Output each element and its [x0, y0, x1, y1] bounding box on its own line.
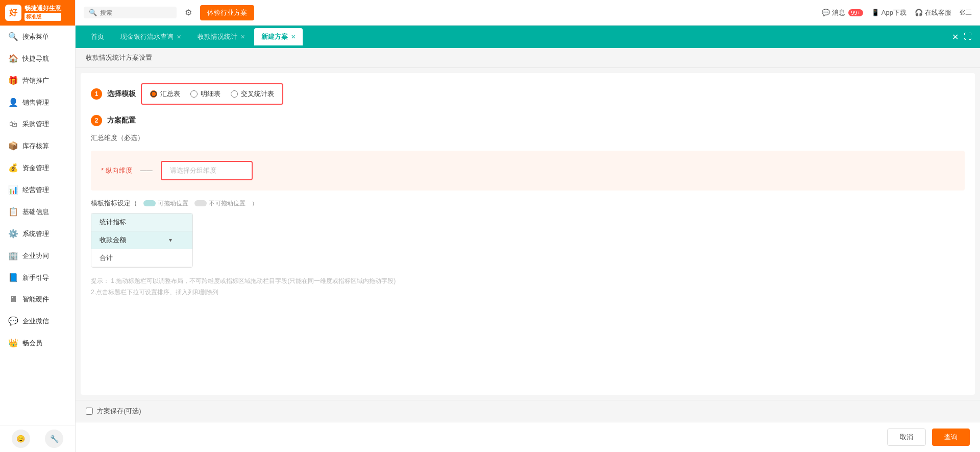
save-section: 方案保存(可选): [76, 400, 980, 422]
search-icon: 🔍: [89, 9, 97, 16]
expand-icon[interactable]: ⛶: [964, 32, 972, 42]
monitor-icon: 🖥: [8, 295, 18, 304]
search-icon: 🔍: [8, 32, 18, 41]
sidebar-item-label: 企业微信: [22, 317, 49, 326]
notification-icon: 💬: [822, 9, 830, 16]
sidebar-item-hardware[interactable]: 🖥 智能硬件: [0, 289, 75, 310]
sidebar-footer-btn-left[interactable]: 😊: [12, 430, 30, 448]
sidebar-item-enterprise[interactable]: 🏢 企业协同: [0, 245, 75, 267]
hint-1: 提示： 1.拖动标题栏可以调整布局，不可跨维度或指标区域拖动栏目字段(只能在同一…: [91, 276, 965, 287]
step2-number: 2: [91, 115, 102, 126]
step1-section: 1 选择模板 汇总表 明细表 交叉统计表: [91, 83, 965, 105]
radio-summary-label: 汇总表: [160, 89, 180, 99]
step2-section: 2 方案配置 汇总维度（必选） * 纵向维度 —— 请选择分组维度: [91, 115, 965, 298]
page-title: 收款情况统计方案设置: [76, 48, 980, 68]
chevron-down-icon[interactable]: ▾: [169, 236, 172, 244]
save-checkbox[interactable]: [86, 408, 93, 415]
settings-icon[interactable]: ⚙: [185, 8, 192, 17]
radio-detail-label: 明细表: [201, 89, 220, 99]
sidebar-item-purchase[interactable]: 🛍 采购管理: [0, 113, 75, 135]
metrics-section: 模板指标设定（ 可拖动位置 不可拖动位置 ）: [91, 199, 965, 268]
radio-summary[interactable]: 汇总表: [150, 89, 180, 99]
drag-label: 可拖动位置: [158, 199, 188, 208]
sidebar-nav: 🔍 搜索菜单 🏠 快捷导航 🎁 营销推广 👤 销售管理 🛍 采购管理 📦 库存核…: [0, 26, 75, 425]
bottom-bar: 取消 查询: [76, 422, 980, 452]
trial-button[interactable]: 体验行业方案: [200, 5, 254, 20]
close-window-icon[interactable]: ✕: [952, 32, 959, 42]
building-icon: 🏢: [8, 251, 18, 260]
dimension-selector[interactable]: 请选择分组维度: [161, 161, 253, 180]
hint-2: 2.点击标题栏下拉可设置排序、插入列和删除列: [91, 287, 965, 298]
tab-cashflow[interactable]: 现金银行流水查询 ✕: [113, 28, 188, 45]
list-icon: 📋: [8, 207, 18, 217]
metrics-col-header[interactable]: 收款金额 ▾: [91, 231, 192, 249]
save-label[interactable]: 方案保存(可选): [97, 407, 141, 416]
user-name: 张三: [960, 8, 972, 17]
nodrag-label: 不可拖动位置: [209, 199, 246, 208]
notification-btn[interactable]: 💬 消息 99+: [822, 8, 863, 17]
sidebar-item-label: 畅会员: [22, 339, 42, 348]
sidebar-item-label: 智能硬件: [22, 295, 49, 304]
sidebar-item-sales[interactable]: 👤 销售管理: [0, 91, 75, 113]
sidebar-footer-btn-right[interactable]: 🔧: [45, 430, 63, 448]
app-download-btn[interactable]: 📱 App下载: [871, 8, 906, 17]
chart-icon: 📊: [8, 185, 18, 195]
sidebar-item-wechat[interactable]: 💬 企业微信: [0, 310, 75, 332]
sidebar-footer: 😊 🔧: [0, 425, 75, 452]
sidebar-item-label: 新手引导: [22, 273, 49, 282]
sidebar-item-label: 采购管理: [22, 120, 49, 129]
gear-icon: ⚙️: [8, 229, 18, 239]
sidebar-item-inventory[interactable]: 📦 库存核算: [0, 135, 75, 157]
radio-summary-input[interactable]: [150, 90, 157, 98]
vertical-dim-label: * 纵向维度: [101, 166, 132, 175]
sidebar-item-label: 营销推广: [22, 76, 49, 85]
metrics-legend: 可拖动位置 不可拖动位置 ）: [143, 199, 258, 208]
sidebar-item-label: 搜索菜单: [22, 32, 49, 41]
sidebar-item-label: 企业协同: [22, 251, 49, 260]
sidebar-item-search[interactable]: 🔍 搜索菜单: [0, 26, 75, 47]
sidebar-item-label: 基础信息: [22, 207, 49, 217]
home-icon: 🏠: [8, 54, 18, 63]
sidebar-item-finance[interactable]: 💰 资金管理: [0, 157, 75, 179]
tab-close-cashflow[interactable]: ✕: [177, 34, 181, 40]
sidebar-item-quick-nav[interactable]: 🏠 快捷导航: [0, 47, 75, 69]
arrow-icon: ——: [140, 167, 153, 174]
cancel-button[interactable]: 取消: [887, 429, 926, 446]
stats-header-label: 统计指标: [100, 218, 126, 227]
sidebar-item-system[interactable]: ⚙️ 系统管理: [0, 223, 75, 245]
tab-close-receipts[interactable]: ✕: [240, 34, 245, 40]
search-input[interactable]: [100, 9, 172, 16]
person-icon: 👤: [8, 98, 18, 107]
query-button[interactable]: 查询: [932, 429, 970, 446]
tab-receipts[interactable]: 收款情况统计 ✕: [190, 28, 252, 45]
sidebar-item-member[interactable]: 👑 畅会员: [0, 332, 75, 354]
home-tab-label: 首页: [91, 32, 104, 41]
sidebar: 好 畅捷通好生意 标准版 🔍 搜索菜单 🏠 快捷导航 🎁 营销推广 👤 销售管理…: [0, 0, 76, 452]
radio-detail-input[interactable]: [190, 90, 198, 98]
legend-nodrag: 不可拖动位置: [194, 199, 246, 208]
crown-icon: 👑: [8, 338, 18, 348]
tab-new-plan[interactable]: 新建方案 ✕: [254, 28, 303, 45]
tab-close-new-plan[interactable]: ✕: [291, 34, 296, 40]
radio-detail[interactable]: 明细表: [190, 89, 220, 99]
sidebar-item-guide[interactable]: 📘 新手引导: [0, 267, 75, 289]
legend-draggable: 可拖动位置: [143, 199, 188, 208]
sidebar-item-label: 库存核算: [22, 141, 49, 151]
stats-col-label: 收款金额: [100, 235, 126, 245]
tab-home[interactable]: 首页: [84, 28, 111, 45]
summary-dim-title: 汇总维度（必选）: [91, 133, 965, 146]
radio-cross[interactable]: 交叉统计表: [231, 89, 274, 99]
online-service-btn[interactable]: 🎧 在线客服: [915, 8, 951, 17]
edition-badge: 标准版: [24, 13, 61, 21]
search-box[interactable]: 🔍: [84, 7, 177, 18]
sidebar-item-basic[interactable]: 📋 基础信息: [0, 201, 75, 223]
bag-icon: 🛍: [8, 120, 18, 129]
tabbar-right: ✕ ⛶: [952, 32, 972, 42]
form-container: 1 选择模板 汇总表 明细表 交叉统计表: [81, 73, 975, 395]
sidebar-item-marketing[interactable]: 🎁 营销推广: [0, 69, 75, 91]
topbar: 🔍 ⚙ 体验行业方案 💬 消息 99+ 📱 App下载 🎧 在线客服 张三: [76, 0, 980, 26]
metrics-table: 统计指标 收款金额 ▾ 合计: [91, 213, 193, 268]
app-name: 畅捷通好生意: [24, 5, 61, 13]
sidebar-item-business[interactable]: 📊 经营管理: [0, 179, 75, 201]
radio-cross-input[interactable]: [231, 90, 238, 98]
